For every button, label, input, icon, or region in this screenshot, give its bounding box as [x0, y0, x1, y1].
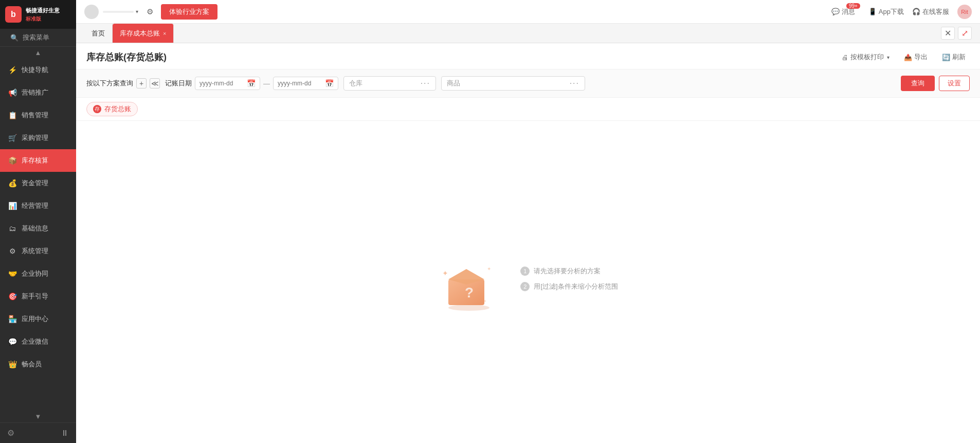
filter-actions: 查询 设置 — [901, 76, 970, 91]
sidebar-nav: ⚡ 快捷导航 📢 营销推广 📋 销售管理 🛒 采购管理 📦 库存核算 💰 资金管… — [0, 59, 76, 411]
search-icon: 🔍 — [10, 34, 19, 42]
scroll-up-btn[interactable]: ▲ — [0, 47, 76, 59]
goods-select[interactable]: 商品 ··· — [441, 76, 585, 91]
warehouse-select[interactable]: 仓库 ··· — [343, 76, 436, 91]
scheme-label: 存货总账 — [104, 104, 131, 114]
nav-icon-quick-nav: ⚡ — [7, 65, 17, 75]
print-icon: 🖨 — [842, 54, 848, 61]
message-icon: 💬 — [831, 8, 840, 15]
date-from-input[interactable] — [199, 80, 245, 87]
panel-close-btn[interactable]: ✕ — [941, 27, 955, 40]
industry-btn[interactable]: 体验行业方案 — [161, 4, 217, 20]
nav-icon-appstore: 🏪 — [7, 314, 17, 324]
nav-label-basic: 基础信息 — [22, 224, 48, 233]
warehouse-placeholder: 仓库 — [349, 79, 362, 88]
query-btn[interactable]: 查询 — [901, 76, 935, 91]
nav-icon-purchase: 🛒 — [7, 133, 17, 143]
online-support-label: 在线客服 — [922, 7, 949, 16]
search-menu[interactable]: 🔍 搜索菜单 — [0, 29, 76, 47]
export-label: 导出 — [914, 52, 928, 62]
nav-icon-enterprise: 🤝 — [7, 269, 17, 279]
nav-label-inventory: 库存核算 — [22, 156, 48, 165]
tab-home[interactable]: 首页 — [84, 24, 113, 43]
user-avatar-btn[interactable]: Rit — [957, 5, 972, 19]
scheme-selector: 存 存货总账 — [76, 98, 980, 121]
tab-inventory-ledger[interactable]: 库存成本总账 × — [113, 24, 174, 43]
filter-bar: 按以下方案查询 + ≪ 记账日期 📅 — 📅 — [76, 69, 980, 98]
page-content: 库存总账(存货总账) 🖨 按模板打印 ▾ 📤 导出 🔄 刷新 — [76, 43, 980, 443]
sidebar-item-inventory[interactable]: 📦 库存核算 — [0, 149, 76, 172]
svg-text:?: ? — [465, 285, 474, 300]
nav-label-purchase: 采购管理 — [22, 133, 48, 143]
sidebar-item-enterprise[interactable]: 🤝 企业协同 — [0, 262, 76, 285]
calendar-to-icon[interactable]: 📅 — [325, 79, 334, 87]
nav-label-operation: 经营管理 — [22, 201, 48, 210]
sidebar-footer: ⚙ ⏸ — [0, 422, 76, 443]
sidebar-item-appstore[interactable]: 🏪 应用中心 — [0, 308, 76, 330]
sidebar-item-operation[interactable]: 📊 经营管理 — [0, 194, 76, 217]
refresh-label: 刷新 — [952, 52, 966, 62]
top-settings-btn[interactable]: ⚙ — [142, 5, 157, 19]
sidebar-item-purchase[interactable]: 🛒 采购管理 — [0, 127, 76, 149]
refresh-btn[interactable]: 🔄 刷新 — [938, 50, 970, 64]
tab-bar: 首页 库存成本总账 × ✕ ⤢ — [76, 24, 980, 43]
tip-item-2: 2 用[过滤]条件来缩小分析范围 — [520, 282, 618, 291]
sidebar-item-quick-nav[interactable]: ⚡ 快捷导航 — [0, 59, 76, 81]
scroll-down-btn[interactable]: ▼ — [0, 411, 76, 422]
settings-footer-btn[interactable]: ⚙ — [7, 428, 14, 438]
nav-icon-basic: 🗂 — [7, 223, 17, 234]
tip-num-1: 1 — [520, 267, 530, 276]
filter-add-btn[interactable]: + — [136, 78, 147, 88]
sidebar-item-basic[interactable]: 🗂 基础信息 — [0, 217, 76, 240]
print-label: 按模板打印 — [850, 52, 884, 62]
nav-icon-finance: 💰 — [7, 178, 17, 188]
date-label: 记账日期 — [165, 79, 192, 88]
goods-placeholder: 商品 — [447, 79, 460, 88]
calendar-from-icon[interactable]: 📅 — [247, 79, 256, 87]
company-dropdown[interactable]: ▾ — [103, 9, 138, 14]
message-badge: 99+ — [846, 3, 860, 9]
date-separator: — — [263, 80, 270, 87]
nav-label-system: 系统管理 — [22, 246, 48, 256]
message-btn[interactable]: 💬 消息 99+ — [831, 7, 855, 16]
page-title: 库存总账(存货总账) — [86, 51, 167, 63]
user-avatar: Rit — [957, 5, 972, 19]
user-name: Rit — [961, 9, 968, 15]
sidebar-item-wechat[interactable]: 💬 企业微信 — [0, 330, 76, 353]
company-name — [103, 11, 134, 13]
main-content: ▾ ⚙ 体验行业方案 💬 消息 99+ 📱 App下载 🎧 在线客服 Rit — [76, 0, 980, 443]
date-to-input[interactable] — [278, 80, 323, 87]
tab-close-btn[interactable]: × — [163, 30, 166, 37]
date-from-input-wrap[interactable]: 📅 — [195, 77, 260, 90]
panel-expand-btn[interactable]: ⤢ — [958, 27, 972, 40]
settings-btn[interactable]: 设置 — [939, 76, 970, 91]
nav-icon-marketing: 📢 — [7, 87, 17, 98]
scheme-item[interactable]: 存 存货总账 — [86, 102, 138, 116]
print-btn[interactable]: 🖨 按模板打印 ▾ — [838, 50, 894, 64]
date-to-input-wrap[interactable]: 📅 — [273, 77, 338, 90]
warehouse-more-icon[interactable]: ··· — [421, 79, 430, 88]
tip-text-2: 用[过滤]条件来缩小分析范围 — [534, 282, 618, 291]
sidebar-item-member[interactable]: 👑 畅会员 — [0, 353, 76, 376]
chevron-down-icon: ▾ — [136, 9, 138, 14]
empty-illustration: ? ✦ ✦ ✦ — [438, 251, 500, 313]
online-support-btn[interactable]: 🎧 在线客服 — [912, 7, 949, 16]
svg-text:✦: ✦ — [487, 266, 491, 272]
app-download-btn[interactable]: 📱 App下载 — [868, 7, 904, 16]
sidebar-item-sales[interactable]: 📋 销售管理 — [0, 104, 76, 127]
audio-footer-btn[interactable]: ⏸ — [61, 429, 69, 438]
sidebar-item-newguide[interactable]: 🎯 新手引导 — [0, 285, 76, 308]
sidebar-item-marketing[interactable]: 📢 营销推广 — [0, 81, 76, 104]
nav-label-sales: 销售管理 — [22, 111, 48, 120]
nav-icon-newguide: 🎯 — [7, 291, 17, 302]
nav-label-finance: 资金管理 — [22, 179, 48, 188]
empty-state: ? ✦ ✦ ✦ 1 请先选择要分析的方案 2 — [76, 121, 980, 443]
sidebar-item-finance[interactable]: 💰 资金管理 — [0, 172, 76, 194]
nav-label-marketing: 营销推广 — [22, 88, 48, 97]
filter-collapse-btn[interactable]: ≪ — [150, 78, 160, 88]
sidebar: b 畅捷通好生意 标准版 🔍 搜索菜单 ▲ ⚡ 快捷导航 📢 营销推广 📋 销售… — [0, 0, 76, 443]
date-range: 记账日期 📅 — 📅 — [165, 77, 338, 90]
export-btn[interactable]: 📤 导出 — [900, 50, 932, 64]
goods-more-icon[interactable]: ··· — [570, 79, 579, 88]
sidebar-item-system[interactable]: ⚙ 系统管理 — [0, 240, 76, 262]
